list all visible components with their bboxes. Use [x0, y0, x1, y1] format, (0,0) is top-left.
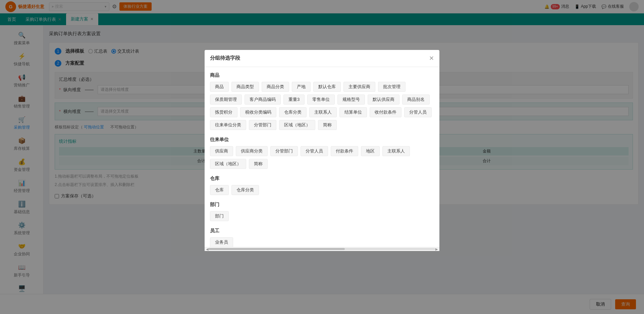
modal-close-button[interactable]: ✕	[429, 55, 434, 62]
scrollbar-track	[209, 248, 435, 250]
field-tag[interactable]: 商品别名	[402, 95, 430, 105]
field-tag[interactable]: 往来单位分类	[210, 120, 246, 130]
field-group-department-title: 部门	[210, 202, 434, 208]
field-tag[interactable]: 部门	[210, 211, 229, 221]
field-tag[interactable]: 默认仓库	[313, 82, 341, 92]
scroll-left-arrow[interactable]: ◀	[206, 247, 209, 251]
field-group-employee-title: 员工	[210, 228, 434, 234]
field-tags-goods: 商品 商品类型 商品分类 产地 默认仓库 主要供应商 批次管理 保质期管理 客户…	[210, 82, 434, 130]
field-tag[interactable]: 客户商品编码	[245, 95, 281, 105]
field-group-partner: 往来单位 供应商 供应商分类 分管部门 分管人员 付款条件 地区 主联系人 区域…	[210, 137, 434, 169]
field-tag[interactable]: 收付款条件	[370, 107, 401, 117]
field-tag[interactable]: 供应商	[210, 146, 233, 156]
field-tags-warehouse: 仓库 仓库分类	[210, 185, 434, 195]
field-tag[interactable]: 主要供应商	[343, 82, 375, 92]
field-tag[interactable]: 区域（地区）	[210, 159, 246, 169]
field-group-goods: 商品 商品 商品类型 商品分类 产地 默认仓库 主要供应商 批次管理 保质期管理…	[210, 72, 434, 130]
field-tag[interactable]: 商品	[210, 82, 229, 92]
field-tag[interactable]: 结算单位	[339, 107, 367, 117]
field-tag[interactable]: 默认供应商	[368, 95, 399, 105]
field-tags-employee: 业务员	[210, 237, 434, 247]
field-tag[interactable]: 仓库分类	[279, 107, 307, 117]
field-tag[interactable]: 重量3	[283, 95, 305, 105]
field-tag[interactable]: 拣货积分	[210, 107, 237, 117]
modal-scrollbar: ◀ ▶	[205, 247, 439, 251]
field-group-partner-title: 往来单位	[210, 137, 434, 143]
field-group-warehouse-title: 仓库	[210, 176, 434, 182]
field-tag[interactable]: 主联系人	[309, 107, 337, 117]
field-tag[interactable]: 分管人员	[301, 146, 328, 156]
field-tag[interactable]: 批次管理	[378, 82, 406, 92]
field-tag[interactable]: 地区	[361, 146, 380, 156]
field-tag[interactable]: 仓库	[210, 185, 229, 195]
modal-overlay: 分组待选字段 ✕ 商品 商品 商品类型 商品分类 产地 默认仓库 主要供应商 批…	[0, 0, 644, 314]
field-tags-partner: 供应商 供应商分类 分管部门 分管人员 付款条件 地区 主联系人 区域（地区） …	[210, 146, 434, 169]
field-tag[interactable]: 规格型号	[337, 95, 365, 105]
field-tag[interactable]: 分管人员	[404, 107, 432, 117]
field-tag[interactable]: 产地	[292, 82, 311, 92]
field-tag[interactable]: 简称	[249, 159, 268, 169]
modal-header: 分组待选字段 ✕	[205, 50, 439, 67]
field-tag[interactable]: 供应商分类	[236, 146, 268, 156]
scrollbar-thumb[interactable]	[209, 248, 345, 250]
modal: 分组待选字段 ✕ 商品 商品 商品类型 商品分类 产地 默认仓库 主要供应商 批…	[205, 50, 439, 251]
field-tag[interactable]: 分管部门	[249, 120, 276, 130]
field-tag[interactable]: 零售单位	[307, 95, 335, 105]
field-tag[interactable]: 商品分类	[262, 82, 289, 92]
modal-title: 分组待选字段	[210, 55, 240, 61]
field-group-department: 部门 部门	[210, 202, 434, 221]
scroll-right-arrow[interactable]: ▶	[435, 247, 438, 251]
field-tag[interactable]: 保质期管理	[210, 95, 242, 105]
field-tag[interactable]: 主联系人	[382, 146, 410, 156]
field-group-employee: 员工 业务员	[210, 228, 434, 247]
field-tag[interactable]: 分管部门	[270, 146, 298, 156]
field-tag[interactable]: 税收分类编码	[240, 107, 276, 117]
field-tag[interactable]: 商品类型	[231, 82, 259, 92]
field-tag[interactable]: 区域（地区）	[279, 120, 315, 130]
field-group-goods-title: 商品	[210, 72, 434, 78]
field-tag[interactable]: 仓库分类	[231, 185, 259, 195]
field-tags-department: 部门	[210, 211, 434, 221]
field-tag[interactable]: 付款条件	[331, 146, 358, 156]
field-tag[interactable]: 业务员	[210, 237, 233, 247]
field-tag[interactable]: 简称	[318, 120, 337, 130]
modal-body: 商品 商品 商品类型 商品分类 产地 默认仓库 主要供应商 批次管理 保质期管理…	[205, 67, 439, 247]
field-group-warehouse: 仓库 仓库 仓库分类	[210, 176, 434, 195]
